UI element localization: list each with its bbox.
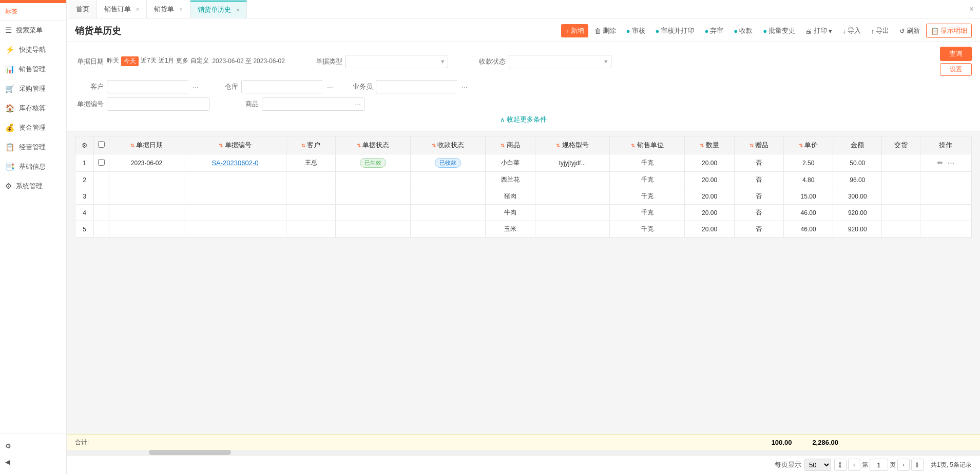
doc-no-input[interactable] [107, 97, 209, 111]
export-button[interactable]: ↑ 导出 [867, 24, 894, 37]
tab-home[interactable]: 首页 [69, 1, 97, 18]
sidebar-item-inventory[interactable]: 🏠 库存核算 [0, 98, 66, 118]
print-button[interactable]: 🖨 打印 ▾ [801, 24, 836, 37]
tab-sales-history-close[interactable]: × [236, 7, 239, 13]
discard-button[interactable]: ● 弃审 [700, 24, 727, 37]
cell-goods: 玉米 [486, 221, 535, 238]
tab-sales-history[interactable]: 销货单历史 × [190, 1, 247, 18]
collect-status-input[interactable] [512, 55, 604, 68]
page-first-btn[interactable]: ⟪ [834, 459, 847, 471]
page-prev-btn[interactable]: ‹ [848, 459, 860, 471]
col-unit[interactable]: ⇅ 销售单位 [610, 136, 685, 154]
cell-customer [286, 205, 336, 221]
tab-sales-order[interactable]: 销售订单 × [97, 1, 147, 18]
delete-icon: 🗑 [594, 27, 601, 35]
collect-button[interactable]: ● 收款 [729, 24, 757, 37]
customer-input[interactable] [110, 81, 193, 93]
row-checkbox[interactable] [94, 172, 109, 188]
col-gift[interactable]: ⇅ 赠品 [734, 136, 783, 154]
page-next-btn[interactable]: › [897, 459, 910, 471]
date-week[interactable]: 近7天 [141, 56, 157, 66]
cell-collect-status [411, 205, 486, 221]
warehouse-input[interactable] [245, 81, 327, 93]
new-button[interactable]: + 新增 [561, 24, 588, 37]
doc-no-label: 单据编号 [75, 100, 104, 109]
print-icon: 🖨 [805, 27, 812, 35]
cell-action [920, 188, 971, 205]
sidebar-collapse-btn[interactable]: ◀ [0, 454, 66, 470]
customer-search-icon[interactable]: ··· [193, 83, 199, 91]
date-today[interactable]: 今天 [121, 56, 139, 66]
show-detail-button[interactable]: 📋 显示明细 [926, 24, 972, 38]
page-last-btn[interactable]: ⟫ [911, 459, 924, 471]
col-doc-date[interactable]: ⇅ 单据日期 [109, 136, 184, 154]
tab-sales-order-close[interactable]: × [136, 6, 139, 12]
table-row: 1 2023-06-02 SA-20230602-0 王总 已生效 已收款 小白… [75, 154, 972, 172]
more-action-icon[interactable]: ⋯ [948, 159, 954, 167]
date-month[interactable]: 近1月 [159, 56, 175, 66]
tab-sales-delivery-close[interactable]: × [179, 6, 182, 12]
audit-button[interactable]: ● 审核 [622, 24, 649, 37]
collapse-arrow-icon: ∧ [500, 116, 505, 124]
staff-input[interactable] [379, 81, 462, 93]
page-content: 销货单历史 + 新增 🗑 删除 ● 审核 ● 审核并打印 [67, 18, 980, 474]
filter-setting-button[interactable]: 设置 [940, 63, 972, 76]
edit-icon[interactable]: ✏ [937, 159, 943, 167]
col-gear[interactable]: ⚙ [75, 136, 94, 154]
sidebar-item-search-menu[interactable]: ☰ 搜索菜单 [0, 21, 66, 40]
horizontal-scrollbar[interactable] [67, 450, 980, 455]
audit-print-button[interactable]: ● 审核并打印 [651, 24, 699, 37]
quick-nav-icon: ⚡ [5, 45, 15, 54]
cell-gift: 否 [734, 205, 783, 221]
goods-search-icon[interactable]: ··· [355, 100, 361, 108]
row-select-checkbox[interactable] [98, 159, 105, 166]
sidebar-item-sys-mgmt[interactable]: ⚙ 系统管理 [0, 176, 66, 196]
date-custom[interactable]: 自定义 [190, 56, 209, 66]
row-checkbox[interactable] [94, 154, 109, 172]
sort-icon: ⇅ [357, 143, 361, 148]
select-all-checkbox[interactable] [98, 141, 105, 148]
tab-sales-delivery[interactable]: 销货单 × [147, 1, 190, 18]
collect-status-dropdown-icon[interactable]: ▾ [604, 57, 608, 65]
footer-label: 合计: [75, 438, 89, 447]
col-qty[interactable]: ⇅ 数量 [685, 136, 734, 154]
table-settings-icon[interactable]: ⚙ [82, 142, 88, 149]
batch-change-button[interactable]: ● 批量变更 [759, 24, 799, 37]
sidebar-item-ops-mgmt[interactable]: 📋 经营管理 [0, 137, 66, 157]
date-more[interactable]: 更多 [176, 56, 188, 66]
delete-button[interactable]: 🗑 删除 [590, 24, 620, 37]
col-collect-status[interactable]: ⇅ 收款状态 [411, 136, 486, 154]
doc-type-dropdown-icon[interactable]: ▾ [441, 57, 445, 65]
sidebar-item-base-info[interactable]: 📑 基础信息 [0, 157, 66, 176]
col-spec[interactable]: ⇅ 规格型号 [535, 136, 610, 154]
doc-type-input[interactable] [349, 55, 441, 68]
per-page-select[interactable]: 50 100 200 [804, 459, 831, 471]
doc-no-link[interactable]: SA-20230602-0 [212, 159, 258, 167]
col-goods[interactable]: ⇅ 商品 [486, 136, 535, 154]
query-button[interactable]: 查询 [940, 47, 972, 61]
refresh-button[interactable]: ↺ 刷新 [895, 24, 924, 37]
col-doc-status[interactable]: ⇅ 单据状态 [336, 136, 411, 154]
sidebar-item-finance-mgmt[interactable]: 💰 资金管理 [0, 118, 66, 137]
date-yesterday[interactable]: 昨天 [107, 56, 119, 66]
scrollbar-thumb[interactable] [149, 450, 231, 455]
cell-doc-no [184, 188, 286, 205]
sidebar-item-quick-nav[interactable]: ⚡ 快捷导航 [0, 40, 66, 60]
staff-search-icon[interactable]: ··· [462, 83, 468, 91]
page-number-input[interactable] [870, 459, 888, 471]
tab-bar-close-all[interactable]: × [969, 5, 978, 14]
row-checkbox[interactable] [94, 221, 109, 238]
col-unit-price[interactable]: ⇅ 单价 [784, 136, 833, 154]
row-checkbox[interactable] [94, 188, 109, 205]
goods-input[interactable] [265, 98, 355, 110]
row-checkbox[interactable] [94, 205, 109, 221]
sidebar-item-sales-mgmt[interactable]: 📊 销售管理 [0, 60, 66, 79]
sidebar-bottom-gear[interactable]: ⚙ [0, 438, 66, 454]
cell-doc-no[interactable]: SA-20230602-0 [184, 154, 286, 172]
col-doc-no[interactable]: ⇅ 单据编号 [184, 136, 286, 154]
warehouse-search-icon[interactable]: ··· [327, 83, 333, 91]
col-customer[interactable]: ⇅ 客户 [286, 136, 336, 154]
collapse-filter-btn[interactable]: ∧ 收起更多条件 [75, 115, 972, 124]
import-button[interactable]: ↓ 导入 [838, 24, 865, 37]
sidebar-item-purchase-mgmt[interactable]: 🛒 采购管理 [0, 79, 66, 98]
